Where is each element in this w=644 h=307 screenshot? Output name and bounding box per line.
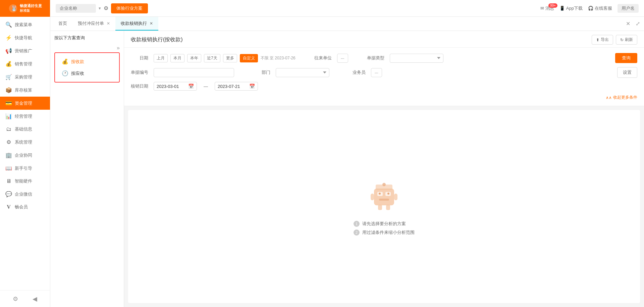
partner-label: 往来单位 [314,55,332,61]
verify-date-end-wrap: 2023-07-21 📅 [215,82,258,91]
verify-date-label: 核销日期 [131,83,148,89]
verify-date-start-wrap: 2023-03-01 📅 [154,82,197,91]
settings-button[interactable]: 设置 [617,67,637,78]
sidebar-item-basic[interactable]: 🗂 基础信息 [0,123,50,136]
svg-point-11 [382,183,386,186]
sidebar-footer: ⚙ ◀ [0,290,50,307]
date-custom-btn[interactable]: 自定义 [240,54,258,62]
sidebar-item-business[interactable]: 📊 经营管理 [0,110,50,123]
solution-button[interactable]: 体验行业方案 [111,3,148,13]
sidebar-item-inventory[interactable]: 📦 库存核算 [0,84,50,97]
search-icon: 🔍 [5,21,12,28]
refresh-button[interactable]: ↻ 刷新 [616,35,637,45]
filter-by-receivable[interactable]: 🕐 按应收 [58,67,116,79]
tab-home[interactable]: 首页 [53,17,72,31]
system-icon: ⚙ [5,139,12,145]
sidebar-item-purchase[interactable]: 🛒 采购管理 [0,70,50,84]
tab-bar: 首页 预付冲应付单 ✕ 收款核销执行 ✕ ✕ ⤢ [50,17,644,31]
tab-prepay[interactable]: 预付冲应付单 ✕ [72,17,115,31]
sidebar-item-hardware[interactable]: 🖥 智能硬件 [0,175,50,188]
empty-state: 1 请先选择要分析的方案 2 用过滤条件来缩小分析范围 [354,175,415,238]
receipt-icon: 💰 [62,58,68,65]
sidebar-item-quicknav[interactable]: ⚡ 快捷导航 [0,31,50,44]
brand-selector[interactable]: 企业名称 [56,4,96,13]
member-icon: V [5,204,12,210]
collapse-up-icon: ∧∧ [606,95,612,100]
svg-text:🐰: 🐰 [11,5,17,11]
svg-rect-9 [386,205,390,210]
tab-prepay-close-icon[interactable]: ✕ [107,21,110,26]
empty-tip-2: 2 用过滤条件来缩小分析范围 [354,229,415,236]
svg-point-12 [379,193,381,195]
guide-icon: 📖 [5,165,12,171]
tab-close-all-icon[interactable]: ✕ [625,19,632,28]
collapse-panel-button[interactable]: » [117,45,120,51]
verify-date-end-input[interactable]: 2023-07-21 [218,84,248,89]
topbar-gear-icon[interactable]: ⚙ [104,5,108,11]
sidebar-item-guide[interactable]: 📖 新手引导 [0,162,50,175]
doc-type-label: 单据类型 [367,55,384,61]
app-download-button[interactable]: 📱 App下载 [559,5,583,11]
filter-section: 日期 上月 本月 本年 近7天 更多 自定义 不限 至 2023-07-26 往… [124,48,644,106]
hardware-icon: 🖥 [5,178,12,184]
message-button[interactable]: ✉ 消息 99+ [540,5,554,11]
business-icon: 📊 [5,113,12,119]
empty-tip-1: 1 请先选择要分析的方案 [354,221,415,227]
partner-select-btn[interactable]: ··· [337,54,348,63]
doc-no-label: 单据编号 [131,69,148,75]
refresh-icon: ↻ [620,38,624,42]
page-title: 收款核销执行(按收款) [131,36,183,43]
dept-label: 部门 [253,69,270,75]
message-badge: 99+ [548,3,557,8]
sidebar-item-wechat[interactable]: 💬 企业微信 [0,188,50,201]
filter-row-1: 日期 上月 本月 本年 近7天 更多 自定义 不限 至 2023-07-26 往… [131,53,637,63]
app-logo: 🐰 畅捷通好生意 标准版 [0,0,50,17]
tab-receipt-close-icon[interactable]: ✕ [150,21,153,26]
sidebar-item-system[interactable]: ⚙ 系统管理 [0,136,50,149]
collapse-sidebar-icon[interactable]: ◀ [33,295,37,303]
sidebar-item-marketing[interactable]: 📢 营销推广 [0,44,50,57]
filter-by-receipt[interactable]: 💰 按收款 [58,56,116,67]
collapse-more-button[interactable]: ∧∧ 收起更多条件 [606,95,637,100]
brand-dropdown-icon[interactable]: ▾ [99,6,101,11]
settings-gear-icon[interactable]: ⚙ [13,295,18,303]
empty-tips: 1 请先选择要分析的方案 2 用过滤条件来缩小分析范围 [354,221,415,238]
date-more-btn[interactable]: 更多 [223,54,237,62]
sidebar-item-search[interactable]: 🔍 搜索菜单 [0,18,50,31]
left-filter-panel: 按以下方案查询 » 💰 按收款 🕐 按应收 [50,31,124,307]
filter-options-box: 💰 按收款 🕐 按应收 [54,52,120,83]
verify-date-start-input[interactable]: 2023-03-01 [157,84,187,89]
topbar-left: 企业名称 ▾ ⚙ 体验行业方案 [56,3,536,13]
sidebar-item-enterprise[interactable]: 🏢 企业协同 [0,149,50,162]
calendar-end-icon[interactable]: 📅 [249,84,255,89]
online-service-button[interactable]: 🎧 在线客服 [588,5,612,11]
doc-no-input[interactable] [154,68,234,77]
tab-expand-icon[interactable]: ⤢ [634,19,641,28]
user-profile[interactable]: 用户名 [618,4,639,13]
sidebar: 🐰 畅捷通好生意 标准版 🔍 搜索菜单 ⚡ 快捷导航 📢 营销推广 💰 销售管理… [0,0,50,307]
page-header-actions: ⬆ 导出 ↻ 刷新 [592,35,637,45]
date-nolimit-text: 不限 至 2023-07-26 [261,55,296,61]
date-this-month-btn[interactable]: 本月 [170,54,184,62]
date-7days-btn[interactable]: 近7天 [204,54,220,62]
date-this-year-btn[interactable]: 本年 [187,54,201,62]
query-button[interactable]: 查询 [615,53,637,63]
phone-icon: 📱 [559,6,565,11]
sidebar-item-sales[interactable]: 💰 销售管理 [0,57,50,70]
app-version: 标准版 [20,8,42,13]
calendar-start-icon[interactable]: 📅 [188,84,194,89]
tab-receipt[interactable]: 收款核销执行 ✕ [115,17,158,31]
quicknav-icon: ⚡ [5,35,12,41]
export-button[interactable]: ⬆ 导出 [592,35,613,45]
staff-select-btn[interactable]: ··· [371,68,382,77]
sidebar-item-member[interactable]: V 畅会员 [0,201,50,213]
sidebar-item-finance[interactable]: 💳 资金管理 [0,97,50,110]
date-last-month-btn[interactable]: 上月 [154,54,168,62]
sales-icon: 💰 [5,61,12,67]
basic-icon: 🗂 [5,126,12,132]
dept-select[interactable] [276,68,329,77]
topbar-right: ✉ 消息 99+ 📱 App下载 🎧 在线客服 用户名 [540,4,639,13]
message-icon: ✉ [540,6,544,11]
doc-type-select[interactable] [390,54,443,63]
marketing-icon: 📢 [5,48,12,54]
